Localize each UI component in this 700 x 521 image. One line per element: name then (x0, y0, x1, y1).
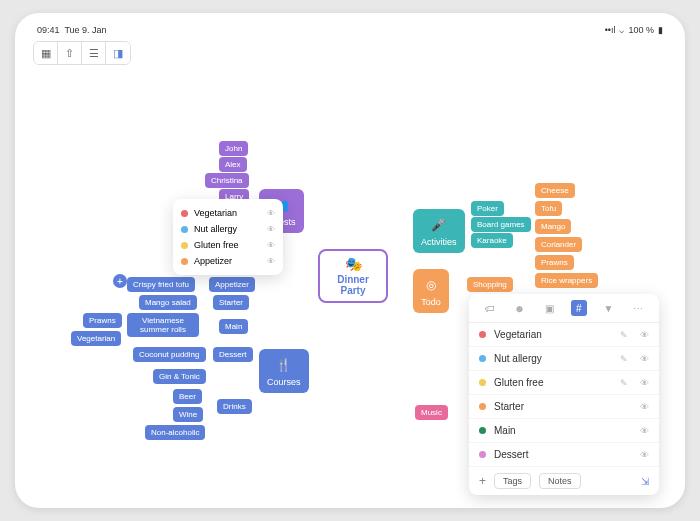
branch-courses[interactable]: 🍴 Courses (259, 349, 309, 393)
tooltip-row[interactable]: Appetizer👁 (179, 253, 277, 269)
branch-music[interactable]: Music (415, 405, 448, 420)
drink-beer[interactable]: Beer (173, 389, 202, 404)
item-tofu[interactable]: Tofu (535, 201, 562, 216)
activity-karaoke[interactable]: Karaoke (471, 233, 513, 248)
guest-christina[interactable]: Christina (205, 173, 249, 188)
item-coriander[interactable]: Coriander (535, 237, 582, 252)
dot-icon (479, 355, 486, 362)
dish-crispy[interactable]: Crispy fried tofu (127, 277, 195, 292)
dot-icon (181, 258, 188, 265)
center-node[interactable]: 🎭 Dinner Party (318, 249, 388, 303)
tab-filter-icon[interactable]: ▼ (600, 300, 616, 316)
activity-board[interactable]: Board games (471, 217, 531, 232)
status-time: 09:41 Tue 9. Jan (37, 25, 107, 35)
eye-icon[interactable]: 👁 (267, 257, 275, 266)
tab-tag-icon[interactable]: 🏷 (482, 300, 498, 316)
eye-icon[interactable]: 👁 (640, 450, 649, 460)
signal-icon: ••ıl (605, 25, 616, 35)
notes-tab[interactable]: Notes (539, 473, 581, 489)
tags-panel: 🏷 ☻ ▣ # ▼ ⋯ Vegetarian✎👁 Nut allergy✎👁 G… (469, 294, 659, 495)
panel-footer: + Tags Notes ⇲ (469, 467, 659, 495)
guest-john[interactable]: John (219, 141, 248, 156)
status-right: ••ıl ⌵ 100 % ▮ (605, 25, 663, 35)
panel-row[interactable]: Nut allergy✎👁 (469, 347, 659, 371)
tab-image-icon[interactable]: ▣ (541, 300, 557, 316)
course-dessert[interactable]: Dessert (213, 347, 253, 362)
dish-coconut[interactable]: Coconut pudding (133, 347, 206, 362)
drink-gin[interactable]: Gin & Tonic (153, 369, 206, 384)
tag-tooltip: Vegetarian👁 Nut allergy👁 Gluten free👁 Ap… (173, 199, 283, 275)
battery-label: 100 % (628, 25, 654, 35)
edit-icon[interactable]: ✎ (620, 354, 628, 364)
battery-icon: ▮ (658, 25, 663, 35)
tab-emoji-icon[interactable]: ☻ (511, 300, 527, 316)
drink-wine[interactable]: Wine (173, 407, 203, 422)
tooltip-row[interactable]: Gluten free👁 (179, 237, 277, 253)
activity-poker[interactable]: Poker (471, 201, 504, 216)
tags-tab[interactable]: Tags (494, 473, 531, 489)
dish-viet[interactable]: Vietnamese summer rolls (127, 313, 199, 337)
eye-icon[interactable]: 👁 (640, 378, 649, 388)
dot-icon (479, 403, 486, 410)
tooltip-row[interactable]: Vegetarian👁 (179, 205, 277, 221)
tablet-frame: 09:41 Tue 9. Jan ••ıl ⌵ 100 % ▮ ▦ ⇧ ☰ ◨ … (15, 13, 685, 508)
branch-activities[interactable]: 🎤 Activities (413, 209, 465, 253)
status-bar: 09:41 Tue 9. Jan ••ıl ⌵ 100 % ▮ (33, 23, 667, 37)
dot-icon (479, 451, 486, 458)
eye-icon[interactable]: 👁 (267, 241, 275, 250)
mic-icon: 🎤 (429, 215, 449, 235)
eye-icon[interactable]: 👁 (640, 402, 649, 412)
eye-icon[interactable]: 👁 (267, 225, 275, 234)
panel-row[interactable]: Vegetarian✎👁 (469, 323, 659, 347)
add-node-button[interactable]: + (113, 274, 127, 288)
collapse-icon[interactable]: ⇲ (641, 476, 649, 487)
tab-more-icon[interactable]: ⋯ (630, 300, 646, 316)
dish-veg[interactable]: Vegetarian (71, 331, 121, 346)
tooltip-row[interactable]: Nut allergy👁 (179, 221, 277, 237)
item-rice[interactable]: Rice wrappers (535, 273, 598, 288)
branch-todo[interactable]: ◎ Todo (413, 269, 449, 313)
course-drinks[interactable]: Drinks (217, 399, 252, 414)
dish-mango[interactable]: Mango salad (139, 295, 197, 310)
edit-icon[interactable]: ✎ (620, 378, 628, 388)
dot-icon (181, 242, 188, 249)
todo-shopping[interactable]: Shopping (467, 277, 513, 292)
dot-icon (479, 379, 486, 386)
drink-nonalc[interactable]: Non-alcoholic (145, 425, 205, 440)
course-appetizer[interactable]: Appetizer (209, 277, 255, 292)
courses-icon: 🍴 (274, 355, 294, 375)
dot-icon (479, 331, 486, 338)
panel-row[interactable]: Gluten free✎👁 (469, 371, 659, 395)
wifi-icon: ⌵ (619, 25, 624, 35)
panel-row[interactable]: Dessert👁 (469, 443, 659, 467)
item-mango[interactable]: Mango (535, 219, 571, 234)
add-tag-button[interactable]: + (479, 474, 486, 488)
eye-icon[interactable]: 👁 (640, 330, 649, 340)
target-icon: ◎ (421, 275, 441, 295)
eye-icon[interactable]: 👁 (640, 426, 649, 436)
item-cheese[interactable]: Cheese (535, 183, 575, 198)
panel-row[interactable]: Main👁 (469, 419, 659, 443)
mindmap-canvas[interactable]: 🎭 Dinner Party 👥 Guests John Alex Christ… (33, 49, 667, 498)
dish-prawns[interactable]: Prawns (83, 313, 122, 328)
eye-icon[interactable]: 👁 (640, 354, 649, 364)
course-starter[interactable]: Starter (213, 295, 249, 310)
mask-icon: 🎭 (345, 256, 362, 272)
edit-icon[interactable]: ✎ (620, 330, 628, 340)
dot-icon (181, 226, 188, 233)
center-line1: Dinner (337, 274, 369, 285)
panel-row[interactable]: Starter👁 (469, 395, 659, 419)
dot-icon (479, 427, 486, 434)
dot-icon (181, 210, 188, 217)
tab-hash-icon[interactable]: # (571, 300, 587, 316)
guest-alex[interactable]: Alex (219, 157, 247, 172)
panel-tabs: 🏷 ☻ ▣ # ▼ ⋯ (469, 294, 659, 323)
eye-icon[interactable]: 👁 (267, 209, 275, 218)
course-main[interactable]: Main (219, 319, 248, 334)
center-line2: Party (340, 285, 365, 296)
item-prawns[interactable]: Prawns (535, 255, 574, 270)
